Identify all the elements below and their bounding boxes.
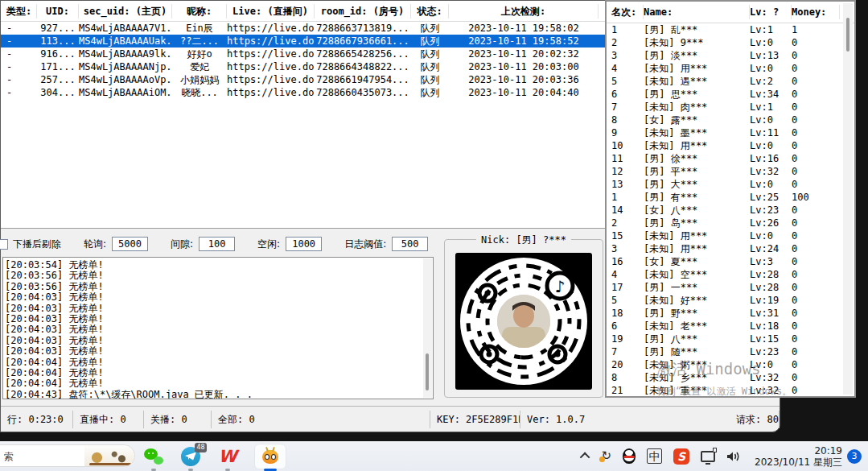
list-item[interactable]: 7 [男] 随*** Lv:23 0: [607, 345, 854, 358]
list-item[interactable]: 16 [女] 夏*** Lv:3 0: [607, 255, 854, 268]
search-highlight-image[interactable]: [84, 445, 134, 467]
col-header-lastcheck[interactable]: 上次检测:: [449, 4, 599, 19]
cell-money: 0: [792, 204, 840, 217]
log-line: [20:03:54] 无榜单!: [5, 260, 431, 271]
cell-rank: 4: [607, 268, 644, 281]
list-item[interactable]: 2 [男] 岛*** Lv:26 0: [607, 217, 854, 229]
idle-input[interactable]: [286, 237, 322, 251]
tray-chevron-up-icon[interactable]: [582, 452, 590, 460]
tray-qq-icon[interactable]: [623, 448, 636, 464]
remove-after-offline-checkbox[interactable]: [0, 239, 8, 250]
running-indicator: [151, 469, 156, 471]
log-threshold-label: 日志阈值:: [344, 238, 386, 251]
list-item[interactable]: 4 [未知] 用*** Lv:0 0: [607, 62, 854, 75]
active-app-icon[interactable]: [254, 444, 286, 469]
list-item[interactable]: 8 [女] 露*** Lv:0 0: [607, 114, 854, 126]
poll-input[interactable]: [112, 237, 148, 251]
list-item[interactable]: 7 [未知] 肉*** Lv:1 0: [607, 101, 854, 114]
list-item[interactable]: 1 [男] 乱*** Lv:1 1: [607, 23, 854, 36]
volume-icon[interactable]: [726, 450, 741, 463]
cell-live-url: https://live.do...: [227, 86, 315, 99]
list-item[interactable]: 6 [男] 思*** Lv:34 0: [607, 88, 854, 101]
table-row[interactable]: - 171... MS4wLjABAAAANjp... 爱妃 https://l…: [1, 60, 605, 73]
taskbar-search-input[interactable]: 索: [0, 444, 135, 467]
sogou-icon[interactable]: S: [673, 448, 689, 465]
cell-name: [女] 露***: [644, 114, 750, 126]
wps-icon[interactable]: W: [217, 446, 238, 467]
lv-col-header: Lv: ?: [750, 5, 792, 19]
list-item[interactable]: 5 [未知] 遇*** Lv:2 0: [607, 75, 854, 88]
cell-lv: Lv:24: [750, 242, 792, 255]
rank-list-body: 1 [男] 乱*** Lv:1 1 2 [未知] 9*** Lv:0 0 3 […: [607, 23, 854, 397]
col-header-status[interactable]: 状态:: [411, 4, 449, 19]
cell-uid: 304...: [37, 86, 79, 99]
wechat-icon[interactable]: [143, 446, 164, 467]
cell-rank: 18: [607, 307, 644, 320]
list-item[interactable]: 15 [未知] 用*** Lv:0 0: [607, 229, 854, 242]
cell-money: 0: [792, 36, 840, 49]
cell-type: -: [1, 35, 37, 48]
cell-name: [未知] 9***: [644, 36, 750, 49]
list-item[interactable]: 11 [男] 徐*** Lv:16 0: [607, 152, 854, 165]
col-header-uid[interactable]: UID:: [37, 4, 79, 19]
list-item[interactable]: 20 [未知] 粥*** Lv:0 0: [607, 358, 854, 371]
list-item[interactable]: 1 [男] 有*** Lv:25 100: [607, 191, 854, 204]
cell-lv: Lv:32: [750, 165, 792, 178]
notification-badge[interactable]: 3: [847, 449, 862, 464]
telegram-icon[interactable]: 48: [180, 446, 201, 467]
table-row[interactable]: - 927... MS4wLjABAAAA7V1... Ein辰 https:/…: [1, 22, 605, 35]
col-header-nick[interactable]: 昵称:: [172, 4, 227, 19]
list-item[interactable]: 3 [男] 淡*** Lv:13 0: [607, 49, 854, 62]
cell-name: [男] 野***: [644, 307, 750, 320]
rank-scrollbar[interactable]: [843, 3, 853, 395]
cell-uid: 927...: [37, 22, 79, 35]
log-threshold-input[interactable]: [392, 237, 428, 251]
cell-rank: 3: [607, 242, 644, 255]
douyin-qr-code: ♪: [455, 253, 592, 390]
list-item[interactable]: 9 [未知] 墨*** Lv:11 0: [607, 126, 854, 139]
list-item[interactable]: 3 [未知] 用*** Lv:24 0: [607, 242, 854, 255]
list-item[interactable]: 19 [男] 八*** Lv:15 0: [607, 333, 854, 345]
cell-name: [男] 随***: [644, 345, 750, 358]
list-item[interactable]: 8 [未知] 乡*** Lv:32 0: [607, 371, 854, 384]
log-line: [20:04:03] 无榜单!: [5, 292, 431, 303]
table-row[interactable]: - 916... MS4wLjABAAAA9lk... 好好o https://…: [1, 48, 605, 60]
list-item[interactable]: 10 [未知] 用*** Lv:0 0: [607, 139, 854, 152]
cell-roomid: 7288664348822...: [315, 60, 411, 73]
list-item[interactable]: 6 [未知] 老*** Lv:18 0: [607, 320, 854, 333]
list-item[interactable]: 17 [男] 一*** Lv:28 0: [607, 281, 854, 294]
tray-sync-icon[interactable]: ↻: [601, 450, 611, 462]
list-item[interactable]: 14 [女] 八*** Lv:23 0: [607, 204, 854, 217]
table-row[interactable]: - 304... MS4wLjABAAAAiOM... 晓晓... https:…: [1, 86, 605, 99]
cell-rank: 7: [607, 345, 644, 358]
network-icon[interactable]: [701, 451, 715, 462]
col-header-live[interactable]: Live: (直播间): [227, 4, 315, 19]
log-output[interactable]: [20:03:54] 无榜单! [20:03:56] 无榜单! [20:03:5…: [2, 257, 434, 399]
col-header-type[interactable]: 类型:: [1, 4, 37, 19]
list-item[interactable]: 2 [未知] 9*** Lv:0 0: [607, 36, 854, 49]
list-item[interactable]: 21 [未知] 重*** Lv:32 0: [607, 384, 854, 397]
cell-lv: Lv:28: [750, 281, 792, 294]
cell-name: [未知] 空***: [644, 268, 750, 281]
list-item[interactable]: 5 [未知] 好*** Lv:19 0: [607, 294, 854, 307]
cell-rank: 14: [607, 204, 644, 217]
col-header-roomid[interactable]: room_id: (房号): [315, 4, 411, 19]
log-scrollbar-thumb[interactable]: [426, 353, 429, 390]
ime-indicator[interactable]: 中: [647, 448, 662, 464]
rank-scrollbar-thumb[interactable]: [846, 18, 849, 52]
table-row[interactable]: - 113... MS4wLjABAAAAUak... ??二... https…: [1, 35, 605, 48]
log-scrollbar[interactable]: [423, 258, 432, 398]
cell-name: [男] 大***: [644, 178, 750, 191]
cell-lastcheck: 2023-10-11 19:58:52: [449, 35, 599, 48]
paper-plane-icon: [185, 452, 196, 461]
list-item[interactable]: 4 [未知] 空*** Lv:28 0: [607, 268, 854, 281]
list-item[interactable]: 12 [男] 平*** Lv:32 0: [607, 165, 854, 178]
tray-clock[interactable]: 20:19 2023/10/11 星期三: [755, 445, 842, 468]
table-row[interactable]: - 257... MS4wLjABAAAAoVp... 小娟妈妈 https:/…: [1, 73, 605, 86]
gap-input[interactable]: [199, 237, 235, 251]
list-item[interactable]: 13 [男] 大*** Lv:0 0: [607, 178, 854, 191]
list-item[interactable]: 18 [男] 野*** Lv:31 0: [607, 307, 854, 320]
remove-after-offline-label: 下播后剔除: [13, 238, 61, 251]
col-header-secuid[interactable]: sec_uid: (主页): [79, 4, 172, 19]
status-item: 全部: 0: [212, 411, 430, 428]
